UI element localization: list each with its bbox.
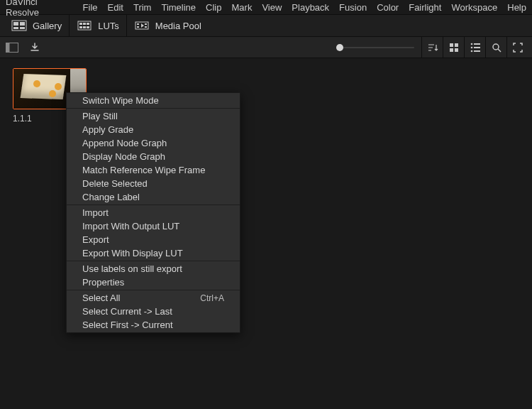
menu-file[interactable]: File bbox=[83, 2, 98, 13]
menu-fusion[interactable]: Fusion bbox=[339, 2, 367, 13]
svg-rect-22 bbox=[450, 48, 453, 52]
context-menu-item[interactable]: Import With Output LUT bbox=[67, 219, 240, 233]
context-menu-separator bbox=[67, 290, 240, 290]
menu-playback[interactable]: Playback bbox=[292, 2, 329, 13]
svg-rect-15 bbox=[145, 23, 147, 25]
svg-marker-17 bbox=[141, 23, 144, 28]
import-icon[interactable] bbox=[27, 41, 43, 54]
svg-rect-16 bbox=[145, 26, 147, 28]
panel-toggle-icon[interactable] bbox=[4, 41, 20, 54]
svg-rect-29 bbox=[474, 50, 480, 52]
context-menu-item-shortcut: Ctrl+A bbox=[200, 293, 224, 303]
context-menu-item-label: Select First -> Current bbox=[82, 320, 173, 330]
svg-rect-10 bbox=[83, 26, 86, 28]
menu-view[interactable]: View bbox=[262, 2, 282, 13]
menu-fairlight[interactable]: Fairlight bbox=[409, 2, 441, 13]
context-menu-item-label: Select All bbox=[82, 293, 120, 303]
fullscreen-icon[interactable] bbox=[506, 37, 528, 58]
svg-rect-27 bbox=[474, 47, 480, 48]
gallery-content: 1.1.1 Switch Wipe ModePlay StillApply Gr… bbox=[0, 58, 532, 409]
context-menu-item-label: Play Still bbox=[82, 111, 118, 121]
svg-rect-4 bbox=[20, 27, 25, 29]
list-view-icon[interactable] bbox=[464, 37, 485, 58]
luts-icon bbox=[77, 19, 92, 32]
svg-rect-1 bbox=[13, 22, 18, 26]
svg-point-26 bbox=[470, 46, 472, 48]
svg-rect-8 bbox=[87, 23, 89, 25]
context-menu-item[interactable]: Match Reference Wipe Frame bbox=[67, 163, 240, 177]
context-menu-item-label: Export With Display LUT bbox=[82, 248, 183, 258]
menu-clip[interactable]: Clip bbox=[206, 2, 221, 13]
context-menu-item[interactable]: Apply Grade bbox=[67, 123, 240, 136]
menu-color[interactable]: Color bbox=[377, 2, 399, 13]
context-menu-item-label: Export bbox=[82, 234, 109, 245]
tool-media-pool[interactable]: Media Pool bbox=[127, 15, 209, 36]
context-menu-item-label: Switch Wipe Mode bbox=[82, 95, 159, 106]
context-menu-item[interactable]: Properties bbox=[67, 276, 240, 289]
tool-gallery-label: Gallery bbox=[33, 21, 62, 31]
svg-rect-20 bbox=[450, 43, 453, 47]
menu-workspace[interactable]: Workspace bbox=[451, 2, 497, 13]
context-menu-item-label: Select Current -> Last bbox=[82, 306, 172, 317]
svg-rect-19 bbox=[6, 43, 10, 52]
still-label: 1.1.1 bbox=[13, 114, 32, 124]
menu-timeline[interactable]: Timeline bbox=[161, 2, 196, 13]
svg-rect-11 bbox=[87, 26, 89, 28]
context-menu-item-label: Match Reference Wipe Frame bbox=[82, 165, 205, 175]
tool-media-pool-label: Media Pool bbox=[155, 21, 201, 31]
context-menu-item[interactable]: Export bbox=[67, 233, 240, 246]
menu-trim[interactable]: Trim bbox=[133, 2, 152, 13]
tool-gallery[interactable]: Gallery bbox=[4, 15, 70, 36]
media-pool-icon bbox=[134, 19, 150, 32]
search-icon[interactable] bbox=[485, 37, 506, 58]
svg-rect-2 bbox=[20, 22, 25, 26]
context-menu-item-label: Display Node Graph bbox=[82, 151, 165, 162]
context-menu-item[interactable]: Export With Display LUT bbox=[67, 246, 240, 260]
svg-rect-14 bbox=[137, 26, 139, 28]
secondary-toolbar bbox=[0, 37, 532, 58]
svg-rect-6 bbox=[79, 23, 82, 25]
context-menu-item[interactable]: Select First -> Current bbox=[67, 318, 240, 332]
toolbar: Gallery LUTs Media Pool bbox=[0, 14, 532, 37]
svg-point-24 bbox=[470, 43, 472, 45]
context-menu-item-label: Delete Selected bbox=[82, 178, 148, 189]
context-menu-item[interactable]: Import bbox=[67, 206, 240, 219]
context-menu-item[interactable]: Delete Selected bbox=[67, 177, 240, 190]
context-menu-separator bbox=[67, 204, 240, 205]
svg-rect-25 bbox=[474, 43, 480, 45]
sort-icon[interactable] bbox=[421, 37, 443, 58]
context-menu-item[interactable]: Display Node Graph bbox=[67, 150, 240, 163]
context-menu-item[interactable]: Change Label bbox=[67, 190, 240, 204]
context-menu-separator bbox=[67, 108, 240, 109]
context-menu-item[interactable]: Select AllCtrl+A bbox=[67, 291, 240, 305]
context-menu-item-label: Properties bbox=[82, 277, 124, 288]
svg-rect-9 bbox=[79, 26, 82, 28]
context-menu-item-label: Use labels on still export bbox=[82, 263, 182, 274]
grid-view-icon[interactable] bbox=[443, 37, 464, 58]
svg-rect-13 bbox=[137, 23, 139, 25]
svg-line-31 bbox=[498, 49, 501, 52]
menu-edit[interactable]: Edit bbox=[108, 2, 123, 13]
context-menu-item[interactable]: Select Current -> Last bbox=[67, 305, 240, 318]
tool-luts-label: LUTs bbox=[98, 21, 119, 31]
context-menu-separator bbox=[67, 261, 240, 261]
svg-point-30 bbox=[493, 44, 499, 50]
menu-help[interactable]: Help bbox=[507, 2, 526, 13]
svg-rect-3 bbox=[13, 27, 18, 29]
context-menu-item-label: Import With Output LUT bbox=[82, 221, 179, 231]
context-menu-item-label: Change Label bbox=[82, 192, 140, 202]
svg-rect-21 bbox=[455, 43, 458, 47]
context-menu-item-label: Import bbox=[82, 207, 109, 218]
context-menu-item[interactable]: Use labels on still export bbox=[67, 262, 240, 276]
context-menu-item-label: Apply Grade bbox=[82, 124, 133, 135]
svg-rect-5 bbox=[78, 21, 91, 30]
context-menu: Switch Wipe ModePlay StillApply GradeApp… bbox=[66, 92, 240, 333]
tool-luts[interactable]: LUTs bbox=[70, 15, 127, 36]
menubar: DaVinci Resolve File Edit Trim Timeline … bbox=[0, 0, 532, 14]
menu-mark[interactable]: Mark bbox=[232, 2, 253, 13]
context-menu-item[interactable]: Append Node Graph bbox=[67, 136, 240, 150]
zoom-slider[interactable] bbox=[336, 43, 414, 53]
svg-point-28 bbox=[470, 50, 472, 52]
context-menu-item[interactable]: Play Still bbox=[67, 109, 240, 123]
context-menu-item[interactable]: Switch Wipe Mode bbox=[67, 94, 240, 107]
